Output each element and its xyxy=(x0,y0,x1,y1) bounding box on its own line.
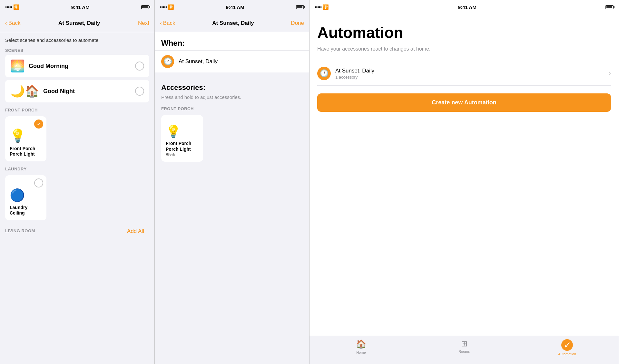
back-button-1[interactable]: ‹ Back xyxy=(5,20,20,26)
panel-1: ••••• 🛜 9:41 AM ‹ Back At Sunset, Daily … xyxy=(0,0,155,364)
status-bar-2: ••••• 🛜 9:41 AM xyxy=(155,0,309,14)
accessories-section: Accessories: Press and hold to adjust ac… xyxy=(155,73,309,164)
accessories-hint: Press and hold to adjust accessories. xyxy=(155,94,309,104)
p3-chevron-icon xyxy=(609,69,611,78)
home-tab-label: Home xyxy=(356,350,366,354)
laundry-ceiling-name: Laundry Ceiling xyxy=(10,205,42,216)
wifi-icon: 🛜 xyxy=(13,4,19,10)
front-porch-section-header: FRONT PORCH xyxy=(0,105,154,114)
tab-bar: 🏠 Home ⊞ Rooms ✓ Automation xyxy=(310,336,619,364)
accessories-title: Accessories: xyxy=(155,78,309,94)
p2-porch-light-card[interactable]: 💡 Front Porch Porch Light 85% xyxy=(161,115,203,162)
when-row[interactable]: 🕐 At Sunset, Daily xyxy=(155,50,309,72)
status-bar-1: ••••• 🛜 9:41 AM xyxy=(0,0,154,14)
nav-bar-1: ‹ Back At Sunset, Daily Next xyxy=(0,14,154,32)
panel-3: ••••• 🛜 9:41 AM Automation Have your acc… xyxy=(310,0,619,364)
good-night-label: Good Night xyxy=(43,88,75,95)
rooms-tab-icon: ⊞ xyxy=(461,339,467,348)
time-display-2: 9:41 AM xyxy=(226,5,244,10)
automation-tab-label: Automation xyxy=(558,352,576,356)
back-chevron-icon-2: ‹ xyxy=(160,20,162,26)
front-porch-grid: 💡 Front Porch Porch Light ✓ xyxy=(0,114,154,164)
back-label-1: Back xyxy=(8,20,21,26)
living-room-section-row: LIVING ROOM Add All xyxy=(0,223,154,237)
tab-rooms[interactable]: ⊞ Rooms xyxy=(413,339,516,353)
back-chevron-icon: ‹ xyxy=(5,20,7,26)
laundry-grid: 🔵 Laundry Ceiling xyxy=(0,173,154,223)
rooms-tab-label: Rooms xyxy=(458,350,470,353)
next-button[interactable]: Next xyxy=(138,20,149,26)
p3-clock-icon: 🕐 xyxy=(317,67,331,80)
wifi-icon-2: 🛜 xyxy=(168,4,174,10)
p3-subtitle: Have your accessories react to changes a… xyxy=(317,45,611,53)
time-display-3: 9:41 AM xyxy=(458,5,477,10)
p2-porch-light-name: Front Porch Porch Light xyxy=(166,140,199,152)
good-night-row[interactable]: 🌙🏠 Good Night xyxy=(5,80,149,102)
good-morning-content: 🌅 Good Morning xyxy=(10,59,68,73)
battery-icon xyxy=(141,5,149,9)
laundry-light-icon: 🔵 xyxy=(10,188,42,202)
p2-porch-light-percent: 85% xyxy=(166,152,199,157)
p3-title: Automation xyxy=(317,24,611,42)
p3-row-info: At Sunset, Daily 1 accessory xyxy=(335,68,604,80)
good-morning-row[interactable]: 🌅 Good Morning xyxy=(5,55,149,77)
good-morning-label: Good Morning xyxy=(29,63,68,70)
laundry-ceiling-check[interactable] xyxy=(34,178,43,187)
done-button[interactable]: Done xyxy=(291,20,304,26)
wifi-icon-3: 🛜 xyxy=(323,4,329,10)
tab-home[interactable]: 🏠 Home xyxy=(310,339,413,354)
nav-bar-2: ‹ Back At Sunset, Daily Done xyxy=(155,14,309,32)
when-trigger-label: At Sunset, Daily xyxy=(179,58,218,65)
p3-row-title: At Sunset, Daily xyxy=(335,68,604,74)
good-night-radio[interactable] xyxy=(135,87,144,96)
laundry-ceiling-card[interactable]: 🔵 Laundry Ceiling xyxy=(5,175,46,220)
back-button-2[interactable]: ‹ Back xyxy=(160,20,175,26)
p2-porch-light-icon: 💡 xyxy=(166,124,199,139)
signal-wifi-2: ••••• 🛜 xyxy=(160,4,174,10)
good-night-content: 🌙🏠 Good Night xyxy=(10,84,75,98)
back-label-2: Back xyxy=(163,20,175,26)
living-room-section-header: LIVING ROOM xyxy=(5,228,35,233)
p3-row-subtitle: 1 accessory xyxy=(335,75,604,80)
when-section: When: 🕐 At Sunset, Daily xyxy=(155,32,309,72)
status-bar-3: ••••• 🛜 9:41 AM xyxy=(310,0,619,14)
when-header: When: xyxy=(155,32,309,50)
signal-dots-3: ••••• xyxy=(315,4,321,10)
front-porch-light-card[interactable]: 💡 Front Porch Porch Light ✓ xyxy=(5,116,46,161)
create-automation-button[interactable]: Create new Automation xyxy=(317,93,611,112)
battery-icon-2 xyxy=(296,5,304,9)
porch-light-name: Front Porch Porch Light xyxy=(10,146,42,157)
signal-wifi: ••••• 🛜 xyxy=(5,4,19,10)
time-display: 9:41 AM xyxy=(71,5,90,10)
automation-tab-icon: ✓ xyxy=(561,339,573,351)
instruction-text: Select scenes and accessories to automat… xyxy=(0,32,154,45)
add-all-button[interactable]: Add All xyxy=(122,225,149,236)
p2-front-porch-header: FRONT PORCH xyxy=(155,104,309,112)
nav-title-1: At Sunset, Daily xyxy=(58,20,100,26)
panel3-content: Automation Have your accessories react t… xyxy=(310,14,619,336)
p3-automation-row[interactable]: 🕐 At Sunset, Daily 1 accessory xyxy=(317,62,611,86)
signal-dots-2: ••••• xyxy=(160,4,167,10)
porch-light-icon: 💡 xyxy=(10,128,42,143)
p2-accessory-grid: 💡 Front Porch Porch Light 85% xyxy=(155,112,309,164)
battery-icon-3 xyxy=(605,5,614,9)
panel-2: ••••• 🛜 9:41 AM ‹ Back At Sunset, Daily … xyxy=(155,0,310,364)
porch-light-check[interactable]: ✓ xyxy=(34,120,43,129)
good-night-icon: 🌙🏠 xyxy=(10,84,39,98)
laundry-section-header: LAUNDRY xyxy=(0,164,154,173)
home-tab-icon: 🏠 xyxy=(356,339,366,349)
nav-title-2: At Sunset, Daily xyxy=(212,20,254,26)
scenes-section-header: SCENES xyxy=(0,45,154,54)
signal-wifi-3: ••••• 🛜 xyxy=(315,4,329,10)
panel1-content: Select scenes and accessories to automat… xyxy=(0,32,154,364)
signal-dots: ••••• xyxy=(5,4,12,10)
clock-icon: 🕐 xyxy=(161,55,174,68)
panel2-content: When: 🕐 At Sunset, Daily Accessories: Pr… xyxy=(155,32,309,364)
p3-main: Automation Have your accessories react t… xyxy=(310,14,619,120)
tab-automation[interactable]: ✓ Automation xyxy=(516,339,619,356)
good-morning-icon: 🌅 xyxy=(10,59,25,73)
good-morning-radio[interactable] xyxy=(135,62,144,71)
